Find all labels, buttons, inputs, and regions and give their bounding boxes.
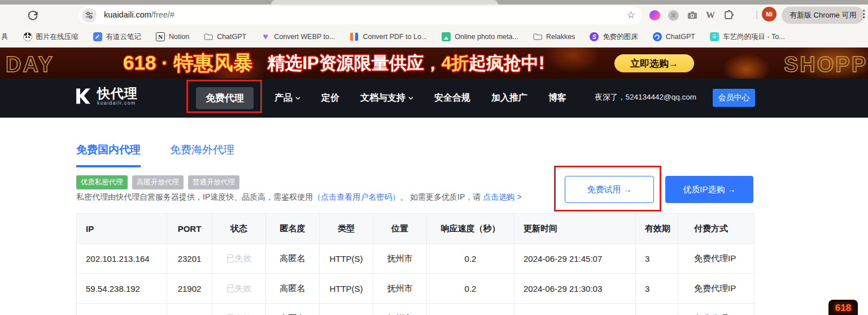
cell-validity: 3 <box>636 274 678 304</box>
buy-more-link[interactable]: 点击选购 > <box>483 192 521 201</box>
nav-item-compliance[interactable]: 安全合规 <box>434 92 470 104</box>
tag-anonymous-open-proxy[interactable]: 高匿开放代理 <box>132 175 184 189</box>
active-browser-tab[interactable] <box>271 0 498 5</box>
cell-validity: 3 <box>636 244 678 274</box>
banner-discount-highlight: 4折 <box>442 53 469 73</box>
proxy-table: IP PORT 状态 匿名度 类型 位置 响应速度（秒） 更新时间 有效期 付费… <box>76 213 754 315</box>
image-host-icon: S <box>590 32 599 41</box>
cell-updated: 2024-06-29 21:15:09 <box>514 304 636 315</box>
cell-status: 已失效 <box>212 244 266 274</box>
nav-item-products[interactable]: 产品 <box>274 92 300 104</box>
bookmark-item[interactable]: ☰车艺尚的项目 - To... <box>710 32 785 42</box>
view-credentials-link[interactable]: （点击查看用户名密码） <box>313 192 400 201</box>
bookmark-item[interactable]: ChatGPT <box>653 32 695 41</box>
free-trial-button[interactable]: 免费试用 → <box>565 176 654 203</box>
wikipedia-extension-icon[interactable]: W <box>706 10 715 20</box>
proxy-description: 私密代理由快代理自营服务器提供，IP速度快、品质高，需鉴权使用（点击查看用户名密… <box>76 192 521 202</box>
nav-item-docs[interactable]: 文档与支持 <box>360 92 413 104</box>
col-header-ip: IP <box>77 214 167 244</box>
cell-payment: 免费代理IP <box>678 304 754 315</box>
profile-avatar[interactable]: Mi <box>762 7 777 21</box>
table-header-row: IP PORT 状态 匿名度 类型 位置 响应速度（秒） 更新时间 有效期 付费… <box>77 214 754 244</box>
bookmark-star-icon[interactable]: ☆ <box>627 9 635 21</box>
banner-title: 618 · 特惠风暴 <box>123 50 253 76</box>
floating-618-badge[interactable]: 618 <box>828 300 858 315</box>
bookmark-item[interactable]: Online photo meta... <box>442 32 518 41</box>
tag-private-proxy[interactable]: 优质私密代理 <box>76 175 128 189</box>
tab-overseas-free-proxy[interactable]: 免费海外代理 <box>170 143 234 167</box>
bookmark-item[interactable]: ♥Convert WEBP to... <box>261 32 335 41</box>
banner-buy-now-button[interactable]: 立即选购→ <box>614 54 694 72</box>
cell-port: 21902 <box>167 274 212 304</box>
command-extension-icon[interactable]: ⌘ <box>668 10 679 21</box>
tag-normal-open-proxy[interactable]: 普通开放代理 <box>188 175 239 189</box>
teal-app-icon: ☰ <box>710 32 719 41</box>
site-settings-icon[interactable] <box>82 8 97 23</box>
col-header-port: PORT <box>167 214 212 244</box>
photo-icon <box>442 32 451 41</box>
chrome-update-button[interactable]: 有新版 Chrome 可用 <box>782 7 864 24</box>
bookmark-item[interactable]: Convert PDF to Lo... <box>350 32 427 41</box>
col-header-speed: 响应速度（秒） <box>427 214 514 244</box>
cell-validity: 3 <box>636 304 678 315</box>
tab-domestic-free-proxy[interactable]: 免费国内代理 <box>76 143 141 167</box>
cell-location: 抚州市 <box>373 274 427 304</box>
nav-item-blog[interactable]: 博客 <box>548 92 566 104</box>
logo-subtext: kuaidaili.com <box>97 100 138 106</box>
pdf-converter-icon <box>350 32 359 41</box>
youdao-note-icon <box>93 32 102 41</box>
bookmark-label: 免费的图床 <box>603 32 638 42</box>
cell-anonymity: 高匿名 <box>266 274 320 304</box>
extension-icons: ⌘ W <box>649 7 734 24</box>
premium-ip-buy-button[interactable]: 优质IP选购 → <box>665 176 753 203</box>
heart-icon: ♥ <box>261 32 270 41</box>
extensions-puzzle-icon[interactable] <box>723 10 734 21</box>
chevron-down-icon <box>295 96 300 101</box>
url-text[interactable]: kuaidaili.com/free/# <box>104 10 175 19</box>
bookmark-label: 车艺尚的项目 - To... <box>723 32 785 42</box>
col-header-location: 位置 <box>373 214 427 244</box>
url-domain: kuaidaili.com <box>104 10 151 19</box>
brain-extension-icon[interactable] <box>649 10 660 20</box>
camera-extension-icon[interactable] <box>687 10 698 20</box>
cell-speed: 0.2 <box>427 274 514 304</box>
bookmark-item[interactable]: NNotion <box>156 32 189 41</box>
nav-item-free-proxy[interactable]: 免费代理 <box>196 87 254 109</box>
banner-headline: 618 · 特惠风暴 精选IP资源限量供应，4折起疯抢中! <box>123 48 544 79</box>
promo-banner[interactable]: DAY 618 · 特惠风暴 精选IP资源限量供应，4折起疯抢中! 立即选购→ … <box>0 48 868 79</box>
chevron-down-icon <box>408 96 413 101</box>
browser-tab-strip <box>0 0 868 5</box>
folder-icon <box>204 32 213 41</box>
col-header-type: 类型 <box>320 214 373 244</box>
bookmark-item[interactable]: S免费的图床 <box>590 32 638 42</box>
kuaidaili-logo-icon <box>73 87 93 106</box>
browser-menu-icon[interactable]: ⋮ <box>859 8 868 20</box>
nav-item-pricing[interactable]: 定价 <box>321 92 339 104</box>
bookmark-item[interactable]: 图片在线压缩 <box>23 32 78 42</box>
cell-type: HTTP(S) <box>320 304 373 315</box>
col-header-payment: 付费方式 <box>678 214 754 244</box>
cell-speed: 0.2 <box>427 304 514 315</box>
cell-updated: 2024-06-29 21:30:03 <box>514 274 636 304</box>
cell-location: 抚州市 <box>373 304 427 315</box>
table-row: 202.101.213.164 23201 已失效 高匿名 HTTP(S) 抚州… <box>77 244 754 274</box>
bookmark-folder[interactable]: Relakkes <box>533 32 575 41</box>
reload-icon[interactable] <box>26 8 40 22</box>
bookmark-item[interactable]: 具 <box>1 32 8 42</box>
bookmark-item[interactable]: 有道云笔记 <box>93 32 142 42</box>
bookmark-folder[interactable]: ChatGPT <box>204 32 246 41</box>
cell-type: HTTP(S) <box>320 244 373 274</box>
bookmark-label: 具 <box>1 32 8 42</box>
url-bar[interactable]: kuaidaili.com/free/# ☆ <box>79 6 642 24</box>
notion-icon: N <box>156 32 165 41</box>
cell-anonymity: 高匿名 <box>266 304 320 315</box>
folder-icon <box>533 32 542 41</box>
site-logo[interactable]: 快代理 kuaidaili.com <box>73 87 138 106</box>
url-path: /free/# <box>151 10 175 19</box>
browser-toolbar: kuaidaili.com/free/# ☆ ⌘ W | Mi 有新版 Chro… <box>0 5 868 26</box>
proxy-type-tags: 优质私密代理 高匿开放代理 普通开放代理 <box>76 175 239 189</box>
col-header-anonymity: 匿名度 <box>266 214 320 244</box>
bookmark-label: Notion <box>169 33 189 41</box>
nav-item-affiliate[interactable]: 加入推广 <box>491 92 527 104</box>
member-center-button[interactable]: 会员中心 <box>713 89 755 107</box>
